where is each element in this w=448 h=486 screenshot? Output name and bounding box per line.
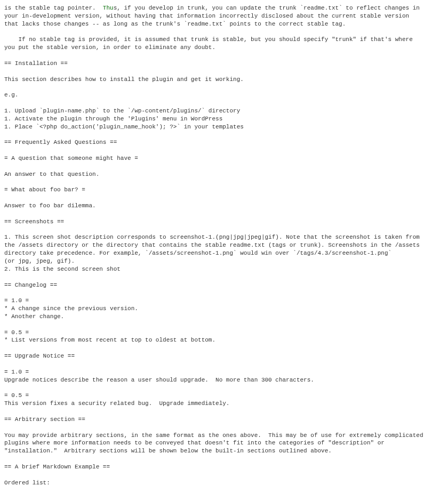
- readme-text: is the stable tag pointer. Thus, if you …: [4, 4, 444, 486]
- highlight-thu: Thu: [103, 5, 114, 11]
